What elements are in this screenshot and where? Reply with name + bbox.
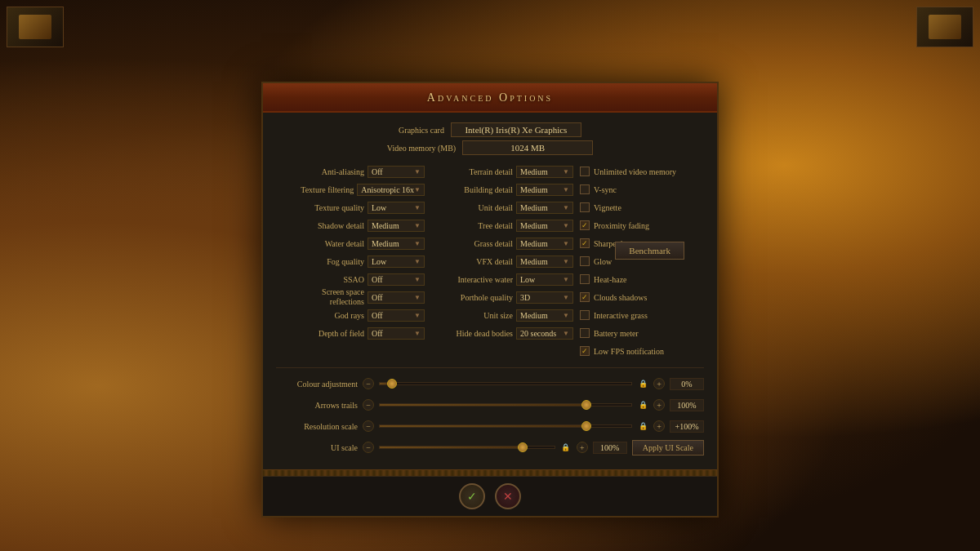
checkbox-label-9: Battery meter — [594, 329, 639, 338]
mid-setting-row-7: Porthole quality3D▼ — [425, 289, 573, 305]
checkbox-5[interactable] — [580, 256, 590, 266]
checkbox-row-9[interactable]: Battery meter — [580, 325, 704, 341]
mid-setting-label-8: Unit size — [483, 311, 513, 320]
left-setting-value-7[interactable]: Off▼ — [368, 291, 425, 304]
slider-thumb-3[interactable] — [518, 442, 528, 452]
left-setting-row-2: Texture qualityLow▼ — [276, 199, 425, 216]
left-setting-value-4[interactable]: Medium▼ — [368, 238, 425, 250]
mid-setting-value-4[interactable]: Medium▼ — [516, 238, 573, 250]
slider-minus-2[interactable]: − — [363, 420, 374, 432]
slider-row-3: UI scale−🔒+100%Apply UI Scale — [276, 438, 704, 456]
left-setting-row-9: Depth of fieldOff▼ — [276, 325, 425, 341]
dialog-body: Graphics card Intel(R) Iris(R) Xe Graphi… — [263, 113, 717, 469]
slider-minus-0[interactable]: − — [363, 378, 374, 389]
checkbox-3[interactable]: ✓ — [580, 220, 590, 230]
checkbox-row-2[interactable]: Vignette — [580, 199, 704, 216]
checkbox-row-10[interactable]: ✓Low FPS notification — [580, 343, 704, 359]
mid-setting-value-7[interactable]: 3D▼ — [516, 291, 573, 304]
dialog-title: Advanced Options — [427, 91, 553, 104]
checkbox-10[interactable]: ✓ — [580, 346, 590, 356]
slider-label-1: Arrows trails — [276, 401, 358, 410]
settings-grid: Anti-aliasingOff▼Texture filteringAnisot… — [276, 163, 704, 359]
checkbox-2[interactable] — [580, 202, 590, 212]
left-setting-value-8[interactable]: Off▼ — [368, 309, 425, 322]
left-setting-value-3[interactable]: Medium▼ — [368, 220, 425, 232]
benchmark-button[interactable]: Benchmark — [615, 242, 684, 260]
slider-thumb-2[interactable] — [581, 421, 591, 431]
checkbox-row-8[interactable]: Interactive grass — [580, 307, 704, 323]
advanced-options-dialog: Advanced Options Graphics card Intel(R) … — [261, 82, 719, 518]
left-settings-col: Anti-aliasingOff▼Texture filteringAnisot… — [276, 163, 425, 359]
slider-track-3[interactable] — [379, 446, 555, 449]
mid-setting-value-1[interactable]: Medium▼ — [516, 184, 573, 196]
checkbox-row-7[interactable]: ✓Clouds shadows — [580, 289, 704, 305]
left-setting-value-6[interactable]: Off▼ — [368, 273, 425, 286]
left-setting-value-5[interactable]: Low▼ — [368, 256, 425, 268]
checkbox-9[interactable] — [580, 328, 590, 338]
slider-row-2: Resolution scale−🔒++100% — [276, 417, 704, 435]
left-setting-value-0[interactable]: Off▼ — [368, 166, 425, 178]
left-setting-row-8: God raysOff▼ — [276, 307, 425, 323]
checkbox-label-6: Heat-haze — [594, 275, 627, 284]
checkbox-4[interactable]: ✓ — [580, 238, 590, 248]
checkbox-row-6[interactable]: Heat-haze — [580, 271, 704, 287]
slider-plus-3[interactable]: + — [577, 442, 588, 453]
checkbox-6[interactable] — [580, 274, 590, 284]
checkbox-0[interactable] — [580, 167, 590, 176]
mid-setting-label-0: Terrain detail — [470, 167, 513, 176]
slider-label-3: UI scale — [276, 443, 358, 452]
left-setting-value-9[interactable]: Off▼ — [368, 327, 425, 340]
checkbox-8[interactable] — [580, 310, 590, 320]
mid-setting-row-8: Unit sizeMedium▼ — [425, 307, 573, 323]
mid-setting-value-9[interactable]: 20 seconds▼ — [516, 327, 573, 340]
slider-thumb-0[interactable] — [387, 379, 397, 389]
mid-setting-value-3[interactable]: Medium▼ — [516, 220, 573, 232]
mid-setting-row-3: Tree detailMedium▼ — [425, 217, 573, 233]
slider-plus-1[interactable]: + — [653, 399, 665, 411]
left-setting-value-1[interactable]: Anisotropic 16x▼ — [357, 184, 425, 196]
mid-setting-label-3: Tree detail — [478, 221, 513, 230]
checkbox-label-8: Interactive grass — [594, 311, 648, 320]
mid-setting-value-8[interactable]: Medium▼ — [516, 309, 573, 322]
mid-setting-value-2[interactable]: Medium▼ — [516, 202, 573, 214]
checkbox-row-0[interactable]: Unlimited video memory — [580, 163, 704, 180]
left-setting-label-4: Water detail — [325, 239, 364, 248]
mid-setting-value-6[interactable]: Low▼ — [516, 273, 573, 286]
checkbox-label-7: Clouds shadows — [594, 293, 647, 302]
left-setting-label-8: God rays — [335, 311, 364, 320]
slider-minus-1[interactable]: − — [363, 399, 374, 411]
slider-lock-icon-0: 🔒 — [637, 378, 648, 389]
slider-plus-0[interactable]: + — [653, 378, 665, 389]
slider-track-1[interactable] — [379, 403, 632, 407]
slider-row-1: Arrows trails−🔒+100% — [276, 396, 704, 414]
slider-track-0[interactable] — [379, 382, 632, 385]
left-setting-label-7: Screen spacereflections — [322, 287, 364, 307]
checkbox-row-3[interactable]: ✓Proximity fading — [580, 217, 704, 233]
mid-setting-row-0: Terrain detailMedium▼ — [425, 163, 573, 180]
slider-value-2: +100% — [670, 420, 704, 433]
confirm-icon: ✓ — [467, 490, 477, 504]
checkbox-label-3: Proximity fading — [594, 221, 649, 230]
apply-ui-scale-button[interactable]: Apply UI Scale — [632, 440, 704, 455]
left-setting-row-1: Texture filteringAnisotropic 16x▼ — [276, 181, 425, 198]
left-setting-label-6: SSAO — [343, 275, 364, 284]
left-setting-row-0: Anti-aliasingOff▼ — [276, 163, 425, 180]
slider-track-2[interactable] — [379, 424, 632, 428]
mid-setting-value-0[interactable]: Medium▼ — [516, 166, 573, 178]
checkbox-1[interactable] — [580, 184, 590, 194]
checkbox-row-1[interactable]: V-sync — [580, 181, 704, 198]
mid-setting-value-5[interactable]: Medium▼ — [516, 256, 573, 268]
slider-thumb-1[interactable] — [581, 400, 591, 410]
left-setting-row-4: Water detailMedium▼ — [276, 235, 425, 251]
corner-decoration-left — [7, 7, 64, 47]
cancel-button[interactable]: ✕ — [495, 483, 521, 509]
checkbox-7[interactable]: ✓ — [580, 292, 590, 302]
info-rows: Graphics card Intel(R) Iris(R) Xe Graphi… — [276, 122, 704, 155]
mid-setting-label-6: Interactive water — [458, 275, 513, 284]
slider-minus-3[interactable]: − — [363, 442, 374, 453]
left-setting-row-3: Shadow detailMedium▼ — [276, 217, 425, 233]
slider-value-3: 100% — [593, 442, 627, 454]
left-setting-value-2[interactable]: Low▼ — [368, 202, 425, 214]
confirm-button[interactable]: ✓ — [459, 483, 485, 509]
slider-plus-2[interactable]: + — [653, 420, 665, 432]
